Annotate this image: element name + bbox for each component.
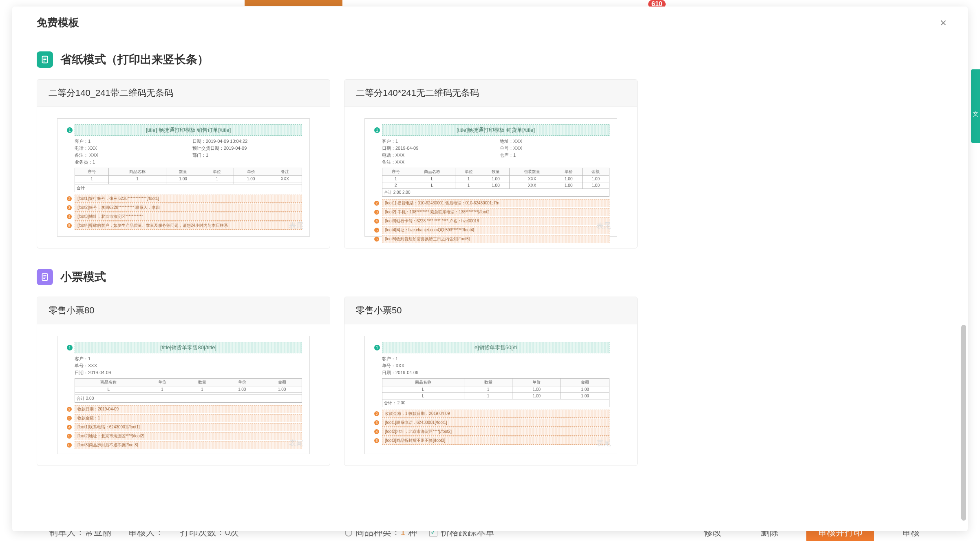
preview-doc-title: [title]畅捷通打印模板 销货单[/title]1 [382, 124, 609, 136]
preview-doc-title: [title]销货单零售80[/title]1 [75, 342, 302, 353]
bullet-icon: 4 [67, 214, 72, 219]
bullet-icon: 4 [67, 425, 72, 430]
watermark-text: 表尾 [596, 221, 611, 231]
template-card[interactable]: 零售小票50e]销货单零售50[/ti1客户：1单号：XXX日期：2019-04… [344, 297, 638, 466]
card-body: [title]销货单零售80[/title]1客户：1单号：XXX日期：2019… [37, 324, 330, 466]
bullet-icon: 4 [374, 429, 379, 434]
modal-body: 省纸模式（打印出来竖长条）二等分140_241带二维码无条码[title] 畅捷… [12, 39, 968, 531]
section-title: 小票模式 [60, 269, 106, 285]
card-title: 零售小票50 [344, 297, 637, 324]
template-preview: e]销货单零售50[/ti1客户：1单号：XXX日期：2019-04-09商品名… [364, 336, 617, 454]
section-title: 省纸模式（打印出来竖长条） [60, 52, 209, 67]
bullet-icon: 4 [374, 219, 379, 224]
watermark-text: 表尾 [289, 221, 304, 231]
bullet-icon: 5 [374, 228, 379, 233]
watermark-text: 表尾 [596, 438, 611, 448]
right-side-tab[interactable]: 文 [971, 69, 980, 143]
bullet-icon: 2 [67, 407, 72, 412]
scrollbar-track[interactable] [961, 47, 966, 519]
template-preview: [title]畅捷通打印模板 销货单[/title]1客户：1地址：XXX日期：… [364, 118, 617, 237]
close-icon [939, 18, 948, 27]
bullet-icon: 5 [67, 434, 72, 439]
bullet-icon: 2 [374, 411, 379, 416]
preview-table: 商品名称单位数量单价金额L111.001.00合计 2.00 [75, 378, 302, 403]
bullet-icon: 5 [67, 223, 72, 228]
preview-doc-title: e]销货单零售50[/ti1 [382, 342, 609, 353]
card-body: [title] 畅捷通打印模板 销售订单[/title]1客户：1日期：2019… [37, 107, 330, 248]
preview-doc-title: [title] 畅捷通打印模板 销售订单[/title]1 [75, 124, 302, 136]
bullet-icon: 3 [374, 210, 379, 215]
close-button[interactable] [935, 15, 951, 31]
bullet-icon: 1 [374, 345, 380, 350]
card-body: [title]畅捷通打印模板 销货单[/title]1客户：1地址：XXX日期：… [344, 107, 637, 248]
preview-footer: [foot1] 提货电话：010-62430001 售后电话：010-62430… [382, 199, 609, 243]
preview-info: 客户：1地址：XXX日期：2019-04-09单号：XXX电话：XXX仓库：1备… [382, 138, 609, 165]
template-card[interactable]: 二等分140_241带二维码无条码[title] 畅捷通打印模板 销售订单[/t… [37, 79, 330, 248]
bullet-icon: 1 [67, 345, 73, 350]
template-modal: 免费模板 省纸模式（打印出来竖长条）二等分140_241带二维码无条码[titl… [12, 7, 968, 531]
preview-table: 序号商品名称单位数量包装数量单价金额1L11.00XXX1.001.002L11… [382, 168, 609, 197]
bullet-icon: 6 [374, 237, 379, 242]
bullet-icon: 2 [67, 196, 72, 201]
bullet-icon: 3 [67, 205, 72, 210]
bullet-icon: 1 [67, 127, 73, 133]
preview-info: 客户：1日期：2019-04-09 13:04:22电话：XXX预计交货日期：2… [75, 138, 302, 165]
template-preview: [title] 畅捷通打印模板 销售订单[/title]1客户：1日期：2019… [57, 118, 310, 237]
scrollbar-thumb[interactable] [961, 325, 966, 521]
template-card[interactable]: 零售小票80[title]销货单零售80[/title]1客户：1单号：XXX日… [37, 297, 330, 466]
card-title: 二等分140_241带二维码无条码 [37, 80, 330, 107]
card-title: 二等分140*241无二维码无条码 [344, 80, 637, 107]
preview-footer: 收款金额：1 收款日期：2019-04-092[foot1]联系电话：62430… [382, 410, 609, 445]
preview-info: 客户：1单号：XXX日期：2019-04-09 [75, 356, 302, 376]
bullet-icon: 2 [374, 201, 379, 206]
receipt-icon [37, 269, 53, 285]
template-section: 省纸模式（打印出来竖长条）二等分140_241带二维码无条码[title] 畅捷… [37, 51, 943, 248]
bullet-icon: 3 [67, 416, 72, 421]
top-accent [245, 0, 342, 6]
preview-table: 序号商品名称数量单位单价备注111.0011.00XXX合计 [75, 168, 302, 192]
bullet-icon: 1 [374, 127, 380, 133]
bullet-icon: 5 [374, 438, 379, 443]
template-card[interactable]: 二等分140*241无二维码无条码[title]畅捷通打印模板 销货单[/tit… [344, 79, 638, 248]
card-title: 零售小票80 [37, 297, 330, 324]
card-row: 零售小票80[title]销货单零售80[/title]1客户：1单号：XXX日… [37, 297, 943, 466]
document-icon [37, 51, 53, 68]
watermark-text: 表尾 [289, 438, 304, 448]
modal-header: 免费模板 [12, 7, 968, 39]
template-section: 小票模式零售小票80[title]销货单零售80[/title]1客户：1单号：… [37, 269, 943, 466]
bullet-icon: 6 [67, 443, 72, 448]
preview-footer: 收款日期：2019-04-092收款金额：13[foot1]联系电话：62430… [75, 405, 302, 449]
card-row: 二等分140_241带二维码无条码[title] 畅捷通打印模板 销售订单[/t… [37, 79, 943, 248]
modal-title: 免费模板 [37, 16, 79, 30]
preview-info: 客户：1单号：XXX日期：2019-04-09 [382, 356, 609, 376]
template-preview: [title]销货单零售80[/title]1客户：1单号：XXX日期：2019… [57, 336, 310, 454]
section-header: 小票模式 [37, 269, 943, 285]
section-header: 省纸模式（打印出来竖长条） [37, 51, 943, 68]
card-body: e]销货单零售50[/ti1客户：1单号：XXX日期：2019-04-09商品名… [344, 324, 637, 466]
preview-footer: [foot1]银行账号：张三 6228************[/foot1]2… [75, 195, 302, 230]
preview-table: 商品名称数量单价金额L11.001.00L11.001.00合计： 2.00 [382, 378, 609, 407]
bullet-icon: 3 [374, 420, 379, 425]
